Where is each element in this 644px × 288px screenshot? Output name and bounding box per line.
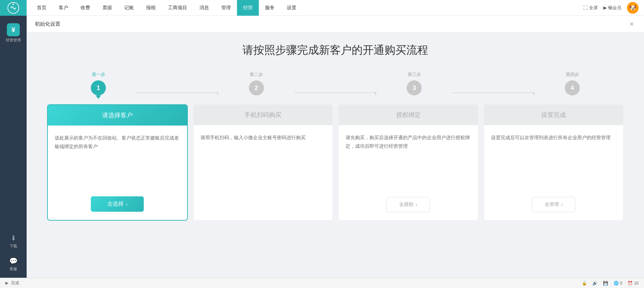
step-4-circle: 4 bbox=[565, 80, 580, 95]
support-icon: 💬 bbox=[9, 257, 18, 265]
card-1-btn-label: 去选择 bbox=[107, 200, 124, 208]
card-4-header: 设置完成 bbox=[484, 105, 624, 125]
card-1: 请选择客户 该处展示的客户为不在回收站、客户状态正常建账后完成老板端绑定的所有客… bbox=[47, 104, 188, 221]
connector-1-2: › bbox=[136, 89, 219, 96]
step-2: 第二步 2 bbox=[219, 71, 294, 95]
sidebar-item-operation[interactable]: ¥ 经营管理 bbox=[0, 19, 27, 47]
nav-item-settings[interactable]: 设置 bbox=[281, 0, 303, 16]
step-3-label: 第三步 bbox=[408, 71, 421, 78]
operation-icon: ¥ bbox=[7, 23, 20, 36]
sidebar-support[interactable]: 💬 客服 bbox=[0, 254, 27, 274]
status-bar-left: ▶ 完成 bbox=[5, 280, 19, 286]
sidebar-bottom: ⬇ 下载 💬 客服 bbox=[0, 231, 27, 278]
nav-right: ⛶ 全屏 ▶ 畅会员 🐶 bbox=[583, 2, 644, 14]
card-3-header: 授权绑定 bbox=[339, 105, 478, 125]
card-3-btn-label: 去授权 bbox=[399, 201, 414, 208]
avatar[interactable]: 🐶 bbox=[627, 2, 639, 14]
close-button[interactable]: × bbox=[628, 20, 636, 28]
cards-row: 请选择客户 该处展示的客户为不在回收站、客户状态正常建账后完成老板端绑定的所有客… bbox=[47, 104, 624, 221]
card-1-body: 该处展示的客户为不在回收站、客户状态正常建账后完成老板端绑定的所有客户 bbox=[48, 126, 187, 191]
content-area: 请按照步骤完成新客户的开通购买流程 第一步 1 › 第二步 bbox=[27, 32, 644, 231]
nav-item-message[interactable]: 消息 bbox=[193, 0, 215, 16]
nav-item-manage[interactable]: 管理 bbox=[215, 0, 237, 16]
support-label: 客服 bbox=[10, 266, 17, 272]
sidebar-download[interactable]: ⬇ 下载 bbox=[0, 231, 27, 251]
card-3-btn-arrow: › bbox=[416, 202, 417, 207]
status-bar-right: 🔒 🔊 💾 🌐 0 ⏰ 10 bbox=[582, 281, 639, 286]
status-time: ⏰ 10 bbox=[628, 281, 639, 286]
download-label: 下载 bbox=[10, 244, 17, 249]
page-header: 初始化设置 × bbox=[27, 16, 644, 32]
fullscreen-label: 全屏 bbox=[589, 5, 598, 11]
member-label: 畅会员 bbox=[608, 5, 621, 11]
nav-item-customer[interactable]: 客户 bbox=[53, 0, 74, 16]
status-shield-icon: 🔒 bbox=[582, 281, 587, 286]
nav-item-tax[interactable]: 报税 bbox=[140, 0, 162, 16]
card-2: 手机扫码购买 请用手机扫码，输入小微企业主账号密码进行购买 bbox=[193, 104, 333, 221]
nav-item-bill[interactable]: 票据 bbox=[96, 0, 118, 16]
card-1-footer: 去选择 › bbox=[48, 191, 187, 220]
card-1-btn-arrow: › bbox=[126, 201, 127, 207]
card-1-btn[interactable]: 去选择 › bbox=[91, 196, 144, 212]
card-4-footer: 去管理 › bbox=[484, 192, 624, 220]
connector-3-4: › bbox=[452, 89, 535, 96]
nav-item-home[interactable]: 首页 bbox=[31, 0, 53, 16]
card-3-btn[interactable]: 去授权 › bbox=[387, 197, 430, 212]
card-2-footer bbox=[194, 207, 333, 220]
step-4: 第四步 4 bbox=[535, 71, 610, 95]
card-2-body: 请用手机扫码，输入小微企业主账号密码进行购买 bbox=[194, 125, 333, 207]
step-1-label: 第一步 bbox=[92, 71, 105, 78]
fullscreen-btn[interactable]: ⛶ 全屏 bbox=[583, 5, 598, 11]
app-logo bbox=[0, 0, 27, 16]
sidebar: ¥ 经营管理 ⬇ 下载 💬 客服 bbox=[0, 16, 27, 278]
step-4-label: 第四步 bbox=[566, 71, 579, 78]
step-2-label: 第二步 bbox=[250, 71, 263, 78]
card-4-btn-arrow: › bbox=[561, 202, 563, 207]
main-content: 初始化设置 × 请按照步骤完成新客户的开通购买流程 第一步 1 › bbox=[27, 16, 644, 278]
nav-item-bookkeeping[interactable]: 记账 bbox=[118, 0, 140, 16]
nav-item-fee[interactable]: 收费 bbox=[74, 0, 96, 16]
card-2-header: 手机扫码购买 bbox=[194, 105, 333, 125]
nav-items: 首页 客户 收费 票据 记账 报税 工商项目 消息 管理 经营 服务 设置 bbox=[31, 0, 583, 16]
step-3: 第三步 3 bbox=[377, 71, 452, 95]
card-1-header: 请选择客户 bbox=[48, 105, 187, 126]
member-btn[interactable]: ▶ 畅会员 bbox=[603, 5, 621, 11]
status-text: 完成 bbox=[11, 280, 19, 286]
sidebar-item-label: 经营管理 bbox=[6, 38, 21, 43]
download-icon: ⬇ bbox=[11, 234, 16, 242]
step-1-circle: 1 bbox=[91, 80, 106, 95]
card-4-btn-label: 去管理 bbox=[545, 201, 559, 208]
svg-point-1 bbox=[13, 3, 14, 5]
status-network: 🌐 0 bbox=[614, 281, 622, 286]
nav-item-business[interactable]: 工商项目 bbox=[162, 0, 193, 16]
page-title: 初始化设置 bbox=[35, 21, 60, 27]
status-save-icon: 💾 bbox=[603, 281, 608, 286]
main-title: 请按照步骤完成新客户的开通购买流程 bbox=[47, 43, 624, 58]
step-3-circle: 3 bbox=[407, 80, 422, 95]
status-bar: ▶ 完成 🔒 🔊 💾 🌐 0 ⏰ 10 bbox=[0, 278, 644, 288]
steps-row: 第一步 1 › 第二步 2 bbox=[47, 71, 624, 96]
card-4: 设置完成 设置完成后可以在管理列表进行所有企业用户的经营管理 去管理 › bbox=[484, 104, 624, 221]
nav-item-service[interactable]: 服务 bbox=[259, 0, 281, 16]
step-1: 第一步 1 bbox=[61, 71, 136, 95]
card-3: 授权绑定 请先购买，购买后选择开通的产品中的企业用户进行授权绑定，成功后即可进行… bbox=[338, 104, 478, 221]
connector-2-3: › bbox=[294, 89, 377, 96]
card-4-body: 设置完成后可以在管理列表进行所有企业用户的经营管理 bbox=[484, 125, 624, 192]
play-status-icon: ▶ bbox=[5, 281, 8, 285]
card-3-body: 请先购买，购买后选择开通的产品中的企业用户进行授权绑定，成功后即可进行经营管理 bbox=[339, 125, 478, 192]
card-4-btn[interactable]: 去管理 › bbox=[532, 197, 575, 212]
play-icon: ▶ bbox=[603, 5, 607, 10]
nav-item-operation[interactable]: 经营 bbox=[237, 0, 259, 16]
card-3-footer: 去授权 › bbox=[339, 192, 478, 220]
status-volume-icon: 🔊 bbox=[592, 281, 598, 286]
fullscreen-icon: ⛶ bbox=[583, 5, 588, 10]
step-2-circle: 2 bbox=[249, 80, 264, 95]
